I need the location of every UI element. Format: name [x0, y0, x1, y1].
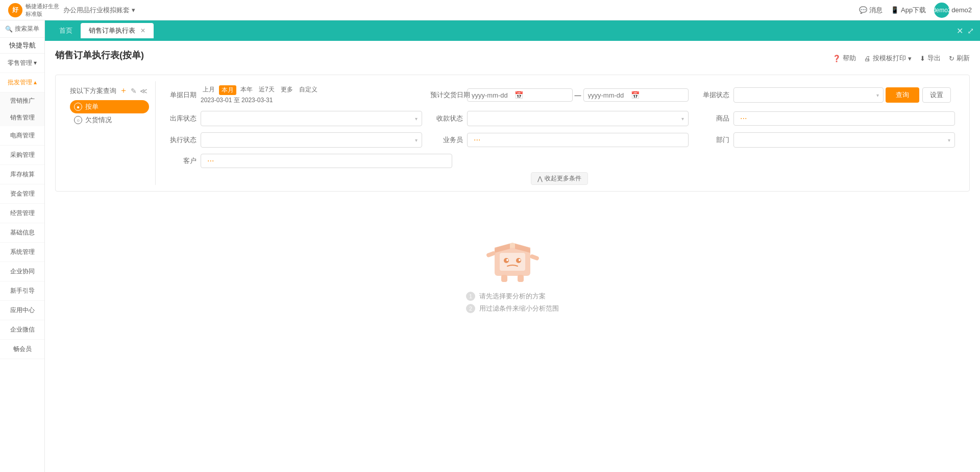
calendar-start-icon[interactable]: 📅 [514, 91, 523, 99]
date-separator: — [575, 91, 581, 99]
tab-home[interactable]: 首页 [51, 23, 81, 38]
help-button[interactable]: ❓ 帮助 [832, 54, 856, 63]
export-button[interactable]: ⬇ 导出 [920, 54, 941, 63]
department-label: 部门 [697, 135, 733, 145]
avatar: demo2 [934, 3, 949, 18]
svg-rect-6 [486, 251, 496, 258]
search-menu-button[interactable]: 🔍 搜索菜单 [4, 25, 40, 33]
date-btn-custom[interactable]: 自定义 [297, 85, 320, 95]
logo-text: 畅捷通好生意 标准版 [26, 3, 59, 17]
breadcrumb[interactable]: 办公用品行业模拟账套 ▾ [63, 6, 135, 15]
goods-dots-icon[interactable]: ··· [740, 114, 747, 123]
sidebar-item-operations[interactable]: 经营管理 [0, 204, 44, 223]
date-end-input-wrapper: 📅 [583, 88, 689, 102]
sidebar-item-purchase[interactable]: 采购管理 [0, 146, 44, 165]
exec-status-select[interactable]: ▾ [201, 132, 422, 148]
tab-expand-button[interactable]: ⤢ [967, 26, 974, 36]
date-range-inputs: 📅 — 📅 [467, 88, 689, 102]
date-btn-this-year[interactable]: 本年 [238, 85, 255, 95]
sidebar-item-ecommerce[interactable]: 电商管理 [0, 126, 44, 146]
collapse-button[interactable]: ⋀ 收起更多条件 [531, 172, 588, 185]
message-button[interactable]: 💬 消息 [859, 6, 883, 15]
sidebar-item-appstore[interactable]: 应用中心 [0, 301, 44, 320]
exec-status-label: 执行状态 [164, 135, 201, 145]
plan-item-debt[interactable]: ○ 欠货情况 [70, 113, 149, 127]
sidebar-item-wechat[interactable]: 企业微信 [0, 320, 44, 340]
sidebar-item-marketing[interactable]: 营销推广 [0, 92, 44, 109]
calendar-end-icon[interactable]: 📅 [631, 91, 640, 99]
sidebar-item-guide[interactable]: 新手引导 [0, 281, 44, 301]
out-status-select[interactable]: ▾ [201, 111, 422, 126]
svg-rect-7 [529, 254, 540, 261]
plan-secondary-icon: ○ [74, 116, 82, 124]
out-status-arrow: ▾ [415, 116, 418, 122]
doc-status-arrow: ▾ [876, 92, 879, 98]
receipt-status-select[interactable]: ▾ [467, 111, 689, 126]
receipt-status-arrow: ▾ [681, 116, 684, 122]
date-btn-this-month[interactable]: 本月 [219, 85, 236, 95]
date-btn-last-month[interactable]: 上月 [201, 85, 217, 95]
tab-sales-exec[interactable]: 销售订单执行表 ✕ [81, 23, 154, 38]
date-btn-7days[interactable]: 近7天 [257, 85, 277, 95]
doc-status-row: ▾ 查询 设置 [733, 87, 955, 103]
goods-tag-input[interactable]: ··· [733, 111, 955, 126]
print-button[interactable]: 🖨 按模板打印 ▾ [864, 54, 912, 63]
search-icon: 🔍 [5, 26, 13, 33]
department-arrow: ▾ [948, 137, 950, 143]
svg-rect-9 [518, 275, 524, 282]
sidebar-item-basic[interactable]: 基础信息 [0, 223, 44, 243]
plan-item-press[interactable]: ● 按单 [70, 100, 149, 113]
customer-dots-icon[interactable]: ··· [207, 156, 214, 166]
empty-illustration [482, 232, 543, 284]
tab-close-all-button[interactable]: ✕ [957, 26, 963, 36]
customer-tag-input[interactable]: ··· [201, 154, 452, 168]
title-right-actions: ❓ 帮助 🖨 按模板打印 ▾ ⬇ 导出 ↻ [832, 54, 970, 63]
salesperson-tag-input[interactable]: ··· [467, 133, 689, 147]
date-start-input[interactable] [472, 91, 512, 99]
top-bar-right: 💬 消息 📱 App下载 demo2 demo2 [859, 3, 972, 18]
top-bar-left: 好 畅捷通好生意 标准版 办公用品行业模拟账套 ▾ [8, 3, 135, 17]
date-end-input[interactable] [588, 91, 629, 99]
date-label: 单据日期 [164, 90, 201, 100]
date-btn-more[interactable]: 更多 [279, 85, 295, 95]
department-select[interactable]: ▾ [733, 132, 955, 148]
sidebar-quick-nav[interactable]: 快捷导航 [0, 38, 44, 54]
salesperson-dots-icon[interactable]: ··· [474, 135, 480, 145]
sidebar-item-retail[interactable]: 零售管理 ▾ [0, 54, 44, 73]
doc-status-field: 单据状态 ▾ 查询 设置 [697, 85, 955, 105]
user-avatar[interactable]: demo2 demo2 [934, 3, 972, 18]
out-status-label: 出库状态 [164, 114, 201, 123]
filter-row-2: 出库状态 ▾ 收款状态 [164, 111, 955, 126]
add-plan-button[interactable]: ＋ [119, 85, 128, 96]
sidebar-item-inventory[interactable]: 库存核算 [0, 165, 44, 184]
expected-date-control: 📅 — 📅 [467, 88, 689, 102]
exec-status-arrow: ▾ [415, 137, 418, 143]
expected-date-field: 预计交货日期 📅 — [430, 85, 689, 105]
tab-bar: 首页 销售订单执行表 ✕ ✕ ⤢ [45, 20, 980, 41]
collapse-icon: ⋀ [537, 175, 543, 182]
doc-status-select[interactable]: ▾ [733, 87, 884, 103]
query-button[interactable]: 查询 [886, 87, 919, 103]
receipt-status-field: 收款状态 ▾ [430, 111, 689, 126]
out-status-field: 出库状态 ▾ [164, 111, 422, 126]
sidebar-item-member[interactable]: 畅会员 [0, 340, 44, 359]
empty-hint-2: 2 用过滤条件来缩小分析范围 [466, 304, 559, 313]
app-download-button[interactable]: 📱 App下载 [891, 6, 926, 15]
goods-control: ··· [733, 111, 955, 126]
sidebar-item-wholesale[interactable]: 批发管理 ▴ [0, 73, 44, 92]
tab-close-icon[interactable]: ✕ [140, 27, 145, 34]
edit-plan-icon[interactable]: ✎ [131, 87, 137, 95]
out-status-control: ▾ [201, 111, 422, 126]
sidebar-item-finance[interactable]: 资金管理 [0, 184, 44, 204]
refresh-button[interactable]: ↻ 刷新 [949, 54, 970, 63]
exec-status-field: 执行状态 ▾ [164, 132, 422, 148]
export-icon: ⬇ [920, 55, 925, 62]
sidebar-item-cooperation[interactable]: 企业协同 [0, 262, 44, 281]
date-quick-btns: 上月 本月 本年 近7天 更多 自定义 [201, 85, 422, 95]
more-plan-icon[interactable]: ≪ [140, 87, 148, 95]
sidebar-item-sales[interactable]: 销售管理 [0, 109, 44, 126]
sidebar-submenu-wholesale: 营销推广 销售管理 [0, 92, 44, 126]
sidebar-item-system[interactable]: 系统管理 [0, 243, 44, 262]
setting-button[interactable]: 设置 [922, 87, 951, 103]
title-row: 销售订单执行表(按单) ❓ 帮助 🖨 按模板打印 ▾ ⬇ [55, 49, 970, 67]
